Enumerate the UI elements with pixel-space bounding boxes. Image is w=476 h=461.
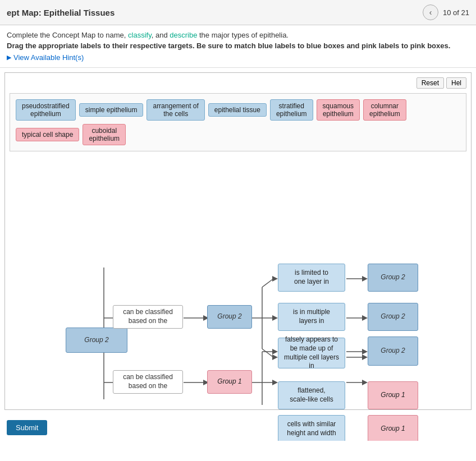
node-top-1-text: is limited toone layer in [278, 264, 345, 292]
hint-text: View Available Hint(s) [13, 53, 84, 62]
node-bot-1-text: flattened,scale-like cells [278, 381, 345, 409]
labels-row: pseudostratifiedepithelium simple epithe… [16, 99, 460, 121]
submit-button[interactable]: Submit [7, 420, 47, 435]
hint-link[interactable]: ▶ View Available Hint(s) [7, 53, 469, 62]
label-columnar[interactable]: columnarepithelium [363, 99, 406, 121]
svg-marker-12 [272, 315, 278, 321]
svg-marker-14 [272, 354, 278, 360]
node-top-2-result[interactable]: Group 2 [368, 303, 418, 331]
node-top-3-text: falsely appears tobe made up ofmultiple … [278, 338, 345, 368]
page-title: ept Map: Epithelial Tissues [7, 8, 115, 17]
main-area: Reset Hel pseudostratifiedepithelium sim… [4, 72, 472, 410]
group1-mid-box[interactable]: Group 1 [207, 370, 252, 394]
label-squamous[interactable]: squamousepithelium [317, 99, 360, 121]
node-bot-2-text: cells with similarheight and width [278, 415, 345, 441]
classify2-box: can be classified based on the [113, 370, 183, 394]
node-top-3-result[interactable]: Group 2 [368, 336, 418, 366]
node-bot-2-result[interactable]: Group 1 [368, 415, 418, 441]
label-arrangement[interactable]: arrangement ofthe cells [147, 99, 204, 121]
label-pseudostratified[interactable]: pseudostratifiedepithelium [16, 99, 76, 121]
svg-marker-32 [362, 380, 368, 385]
hint-arrow-icon: ▶ [7, 54, 11, 61]
node-top-2-text: is in multiplelayers in [278, 303, 345, 331]
labels-row-2: typical cell shape cuboidalepithelium [16, 124, 460, 145]
navigation: ‹ 10 of 21 [423, 4, 469, 20]
label-epithelial[interactable]: epithelial tissue [208, 103, 267, 117]
label-cuboidal[interactable]: cuboidalepithelium [83, 124, 126, 145]
root-box[interactable]: Group 2 [66, 328, 127, 353]
classify1-box: can be classified based on the [113, 305, 183, 329]
prev-button[interactable]: ‹ [423, 4, 438, 20]
node-top-1-result[interactable]: Group 2 [368, 264, 418, 292]
instructions-area: Complete the Concept Map to name, classi… [0, 25, 476, 68]
group2-mid-box[interactable]: Group 2 [207, 305, 252, 329]
help-button[interactable]: Hel [446, 77, 466, 89]
svg-marker-18 [362, 315, 368, 321]
label-simple[interactable]: simple epithelium [79, 103, 144, 117]
svg-line-13 [262, 349, 273, 357]
instruction-line1: Complete the Concept Map to name, classi… [7, 31, 469, 39]
instruction-line2: Drag the appropriate labels to their res… [7, 42, 469, 50]
svg-marker-24 [272, 349, 278, 354]
labels-area: pseudostratifiedepithelium simple epithe… [10, 93, 466, 151]
svg-marker-10 [272, 276, 278, 282]
page-header: ept Map: Epithelial Tissues ‹ 10 of 21 [0, 0, 476, 25]
svg-marker-16 [362, 276, 368, 282]
node-bot-1-result[interactable]: Group 1 [368, 381, 418, 409]
svg-line-9 [262, 279, 273, 287]
svg-marker-26 [272, 380, 278, 385]
toolbar: Reset Hel [10, 77, 466, 89]
page-count: 10 of 21 [443, 8, 469, 17]
svg-marker-20 [362, 354, 368, 360]
label-typical[interactable]: typical cell shape [16, 128, 79, 141]
concept-map: Group 2 can be classified based on the c… [10, 158, 466, 405]
reset-button[interactable]: Reset [417, 77, 444, 89]
svg-marker-30 [362, 349, 368, 354]
label-stratified[interactable]: stratifiedepithelium [270, 99, 313, 121]
